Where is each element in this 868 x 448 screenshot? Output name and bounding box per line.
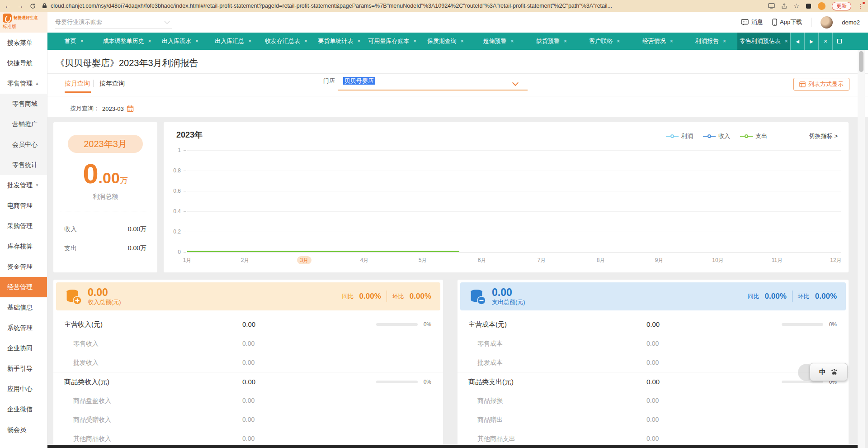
yoy-label: 同比: [748, 292, 760, 300]
calendar-icon[interactable]: [127, 105, 134, 112]
main-content: 《贝贝母婴店》2023年3月利润报告 按月查询 按年查询 门店 贝贝母婴店 列表…: [47, 50, 868, 448]
sidebar-item-quick-nav[interactable]: 快捷导航: [0, 53, 47, 73]
list-display-button[interactable]: 列表方式显示: [793, 78, 849, 91]
trend-chart-card: 2023年 利润 收入 支出 切换指标 > 1 0.8 0.6 0.4 0.2 …: [164, 122, 849, 272]
address-bar[interactable]: cloud.chanjet.com/nsy/d48oi74daqxh/fofe3…: [51, 3, 612, 9]
tab-close-icon[interactable]: ×: [304, 38, 307, 44]
tab-close-icon[interactable]: ×: [461, 38, 464, 44]
store-select-value[interactable]: 贝贝母婴店: [343, 77, 375, 85]
legend-item-profit[interactable]: 利润: [666, 132, 693, 140]
tab-item[interactable]: 利润报告×: [684, 33, 737, 50]
extension-icon[interactable]: [806, 3, 811, 9]
tab-item[interactable]: 可用量库存账本×: [366, 33, 419, 50]
sidebar-item-retail-stats[interactable]: 零售统计: [0, 155, 47, 175]
tab-close-icon[interactable]: ×: [723, 38, 726, 44]
tabs-scroll-left-button[interactable]: ◀: [790, 33, 804, 50]
tab-item-active[interactable]: 零售利润预估表×: [737, 33, 790, 50]
chevron-down-icon[interactable]: [512, 80, 519, 86]
sidebar-item-wholesale-mgmt[interactable]: 批发管理▼: [0, 175, 47, 195]
tab-item[interactable]: 出入库流水×: [154, 33, 207, 50]
browser-back-icon[interactable]: ←: [5, 3, 11, 9]
sidebar-item-retail-mgmt[interactable]: 零售管理▲: [0, 73, 47, 94]
tab-close-icon[interactable]: ×: [564, 38, 567, 44]
tab-close-icon[interactable]: ×: [148, 38, 151, 44]
browser-menu-icon[interactable]: ⋮: [858, 3, 863, 10]
month-query-value[interactable]: 2023-03: [102, 105, 124, 112]
legend-item-income[interactable]: 收入: [703, 132, 730, 140]
vertical-scrollbar[interactable]: [858, 50, 865, 448]
tab-close-icon[interactable]: ×: [80, 38, 84, 44]
tab-item[interactable]: 首页×: [47, 33, 100, 50]
sidebar-item-system-mgmt[interactable]: 系统管理: [0, 318, 47, 338]
report-header-band: 《贝贝母婴店》2023年3月利润报告 按月查询 按年查询 门店 贝贝母婴店 列表…: [47, 50, 868, 117]
sidebar-item-funds-mgmt[interactable]: 资金管理: [0, 257, 47, 277]
sidebar-item-basic-info[interactable]: 基础信息: [0, 297, 47, 318]
browser-profile-avatar[interactable]: [818, 2, 826, 10]
query-tab-by-year[interactable]: 按年查询: [99, 80, 125, 88]
tab-close-icon[interactable]: ×: [617, 38, 620, 44]
x-axis-month: 11月: [764, 257, 791, 264]
messages-button[interactable]: 消息: [741, 18, 763, 26]
ime-language-indicator[interactable]: 中: [819, 368, 826, 377]
mom-value: 0.00%: [815, 292, 837, 301]
x-axis-month: 12月: [822, 257, 849, 264]
query-tab-by-month[interactable]: 按月查询: [65, 80, 90, 88]
sidebar-item-operation-mgmt[interactable]: 经营管理: [0, 277, 47, 297]
app-logo[interactable]: 畅捷通好生意 标准版: [0, 12, 47, 33]
browser-update-button[interactable]: 更新: [832, 2, 851, 10]
ime-toolbar[interactable]: 中: [798, 362, 849, 383]
sidebar-item-retail-mall[interactable]: 零售商城: [0, 94, 47, 114]
tab-close-icon[interactable]: ×: [357, 38, 360, 44]
expense-series-line: [187, 251, 459, 252]
sidebar-item-beginner-guide[interactable]: 新手引导: [0, 358, 47, 379]
horizontal-scrollbar[interactable]: [47, 445, 858, 448]
tab-item[interactable]: 经营情况×: [631, 33, 684, 50]
progress-bar: [376, 323, 418, 326]
browser-forward-icon[interactable]: →: [17, 3, 24, 9]
scrollbar-thumb[interactable]: [859, 51, 863, 72]
sidebar-item-member-center[interactable]: 会员中心: [0, 134, 47, 155]
legend-item-expense[interactable]: 支出: [740, 132, 767, 140]
browser-reload-icon[interactable]: [30, 3, 36, 9]
fullscreen-button[interactable]: [832, 33, 846, 50]
account-set-selector[interactable]: 母婴行业演示账套: [55, 16, 172, 29]
tab-item[interactable]: 缺货预警×: [525, 33, 578, 50]
share-icon[interactable]: [781, 3, 787, 9]
sidebar-item-inventory-accounting[interactable]: 库存核算: [0, 236, 47, 257]
tab-item[interactable]: 超储预警×: [472, 33, 525, 50]
tab-item[interactable]: 要货单统计表×: [313, 33, 366, 50]
expense-total-banner: 0.00 支出总额(元) 同比 0.00% 环比 0.00%: [460, 282, 846, 310]
tab-item[interactable]: 出入库汇总×: [207, 33, 259, 50]
tab-close-icon[interactable]: ×: [248, 38, 251, 44]
sidebar-item-marketing[interactable]: 营销推广: [0, 114, 47, 134]
sidebar-item-app-center[interactable]: 应用中心: [0, 379, 47, 399]
tab-close-icon[interactable]: ×: [670, 38, 673, 44]
cast-icon[interactable]: [768, 3, 775, 9]
mom-value: 0.00%: [410, 292, 431, 301]
app-download-button[interactable]: App下载: [772, 18, 802, 26]
tab-item[interactable]: 收发存汇总表×: [259, 33, 312, 50]
tab-item[interactable]: 客户联络×: [578, 33, 631, 50]
sidebar-item-search-menu[interactable]: 搜索菜单: [0, 33, 47, 53]
username[interactable]: demo2: [842, 19, 860, 26]
progress-bar: [376, 381, 418, 383]
bookmark-star-icon[interactable]: ☆: [793, 3, 799, 9]
sidebar-item-chang-member[interactable]: 畅会员: [0, 419, 47, 440]
site-info-lock-icon[interactable]: [42, 3, 47, 9]
tab-close-icon[interactable]: ×: [785, 38, 788, 44]
switch-indicator-link[interactable]: 切换指标 >: [809, 132, 838, 140]
tab-item[interactable]: 成本调整单历史×: [100, 33, 153, 50]
tab-close-icon[interactable]: ×: [195, 38, 198, 44]
y-axis-tick: 0.4: [164, 208, 181, 214]
tab-close-icon[interactable]: ×: [511, 38, 514, 44]
sidebar-item-ecommerce-mgmt[interactable]: 电商管理: [0, 195, 47, 216]
tab-close-icon[interactable]: ×: [413, 38, 416, 44]
paw-icon[interactable]: [830, 368, 838, 376]
sidebar-item-wechat-work[interactable]: 企业微信: [0, 399, 47, 419]
sidebar-item-enterprise-collab[interactable]: 企业协同: [0, 338, 47, 358]
tabs-scroll-right-button[interactable]: ▶: [804, 33, 818, 50]
user-avatar[interactable]: [821, 16, 833, 29]
tab-item[interactable]: 保质期查询×: [419, 33, 472, 50]
sidebar-item-purchase-mgmt[interactable]: 采购管理: [0, 216, 47, 236]
tabs-close-button[interactable]: ×: [818, 33, 832, 50]
